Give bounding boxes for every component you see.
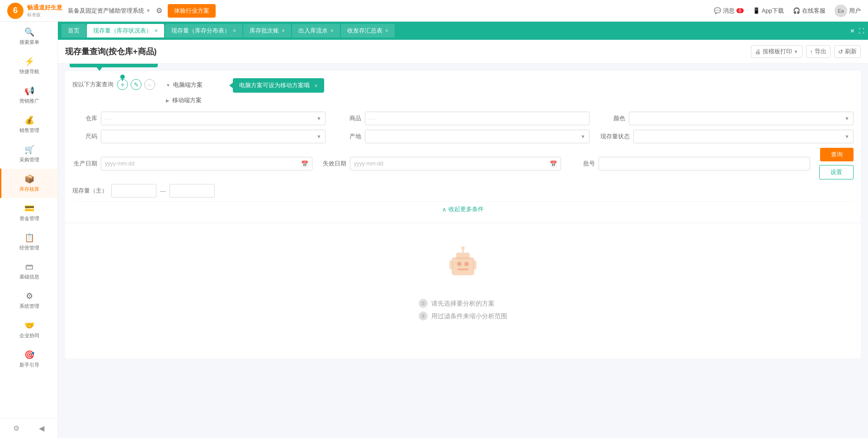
tab-batch[interactable]: 库存批次账 × [243,24,291,38]
warehouse-dots: ··· [105,115,113,122]
filter-card: 按以下方案查询 + [65,71,861,222]
user-area[interactable]: Ea 用户 [835,5,861,17]
back-btn[interactable]: ← [144,79,155,90]
inventory-min-input[interactable] [111,184,156,198]
goods-label: 商品 [336,114,361,122]
warehouse-label: 仓库 [72,114,97,122]
sidebar-item-sales[interactable]: 💰 销售管理 [0,110,57,139]
tab-summary-close[interactable]: × [385,28,388,34]
sidebar-item-quicknav[interactable]: ⚡ 快捷导航 [0,51,57,80]
sidebar-label-basic: 基础信息 [19,273,39,280]
export-btn[interactable]: ↑ 导出 [806,45,831,58]
inventory-max-input[interactable] [170,184,215,198]
sidebar-collapse-icon[interactable]: ◀ [39,424,44,433]
sidebar-label-enterprise: 企业协同 [19,332,39,339]
color-select[interactable]: ▼ [629,112,854,125]
stock-status-select[interactable]: ▼ [633,130,854,143]
origin-arrow: ▼ [580,134,585,139]
batch-input[interactable] [599,157,810,170]
tab-summary[interactable]: 收发存汇总表 × [341,24,395,38]
filter-row-1: 仓库 ··· ▼ [72,112,854,125]
warehouse-select[interactable]: ··· ▼ [101,112,326,125]
filter-row-3: 生产日期 yyyy-mm-dd 📅 [72,148,854,179]
filter-row-2: 尺码 ▼ 产 [72,130,854,143]
print-btn[interactable]: 🖨 按模板打印 ▼ [751,45,802,58]
sidebar-item-enterprise[interactable]: 🤝 企业协同 [0,315,57,344]
sidebar-item-purchase[interactable]: 🛒 采购管理 [0,139,57,169]
tabs-actions: ✕ ⛶ [850,28,864,34]
sidebar-item-search[interactable]: 🔍 搜索菜单 [0,22,57,51]
system-selector[interactable]: 装备及固定资产辅助管理系统 ▼ [68,7,151,15]
tab-batch-close[interactable]: × [282,28,285,34]
sidebar-item-marketing[interactable]: 📢 营销推广 [0,80,57,110]
sidebar-item-basic[interactable]: 🗃 基础信息 [0,257,57,286]
exp-date-input[interactable]: yyyy-mm-dd 📅 [350,157,561,170]
stock-status-ctrl: ▼ [633,130,854,143]
scheme-group-mobile: ▶ 移动端方案 [160,94,208,107]
origin-select[interactable]: ▼ [365,130,590,143]
system-name: 装备及固定资产辅助管理系统 [68,7,144,15]
settings-btn[interactable]: 设置 [819,165,854,179]
tab-home[interactable]: 首页 [61,24,86,38]
sidebar-item-inventory[interactable]: 📦 库存核算 [0,169,57,198]
scheme-group-mobile-header[interactable]: ▶ 移动端方案 [160,94,208,107]
size-ctrl: ▼ [101,130,326,143]
sidebar-item-operations[interactable]: 📋 经营管理 [0,227,57,257]
sidebar-item-guide[interactable]: 🎯 新手引导 [0,344,57,374]
desktop-toggle-icon: ▼ [166,83,170,88]
stock-status-arrow: ▼ [844,134,849,139]
tooltip-create-wrapper: 这里可以创建和修改方案哦 × [70,64,158,67]
size-select[interactable]: ▼ [101,130,326,143]
system-dropdown-arrow: ▼ [146,8,151,13]
field-batch: 批号 [570,157,810,170]
export-label: 导出 [815,47,826,56]
edit-scheme-btn[interactable]: ✎ [131,79,142,90]
app-download-btn[interactable]: 📱 App下载 [753,7,784,15]
sidebar-settings-icon[interactable]: ⚙ [13,424,19,433]
goods-select[interactable]: ··· [365,112,590,125]
brand-text: 畅通道好生意 标准版 [27,4,62,18]
tab-stock-status-close[interactable]: × [155,28,158,34]
collapse-chevron: ∧ [442,206,447,213]
tabs-maximize-icon[interactable]: ⛶ [859,28,864,34]
industry-btn[interactable]: 体验行业方案 [168,4,216,18]
headset-icon: 🎧 [793,7,800,14]
field-prod-date: 生产日期 yyyy-mm-dd 📅 [72,157,312,170]
tab-stock-dist-close[interactable]: × [233,28,236,34]
prod-date-input[interactable]: yyyy-mm-dd 📅 [101,157,312,170]
exp-date-cal-icon: 📅 [550,160,557,167]
inventory-icon: 📦 [24,174,34,184]
sidebar-item-system[interactable]: ⚙ 系统管理 [0,286,57,315]
marketing-icon: 📢 [24,86,34,96]
color-label: 颜色 [600,114,625,122]
exp-date-placeholder: yyyy-mm-dd [354,160,383,167]
tooltip-scheme-wrapper: 电脑方案可设为移动方案哦 × [233,78,324,93]
prod-date-placeholder: yyyy-mm-dd [105,160,134,167]
add-scheme-wrapper: + 这里可以创建和修改方案哦 × [117,79,128,90]
color-arrow: ▼ [844,116,849,121]
tab-inout-close[interactable]: × [330,28,334,34]
sidebar-item-assets[interactable]: 💳 资金管理 [0,198,57,227]
top-bar: 6 畅通道好生意 标准版 装备及固定资产辅助管理系统 ▼ ⚙ 体验行业方案 💬 … [0,0,868,22]
tab-stock-dist[interactable]: 现存量（库存分布表） × [165,24,242,38]
online-service-btn[interactable]: 🎧 在线客服 [793,7,826,15]
tab-stock-status[interactable]: 现存量（库存状况表） × [87,24,164,38]
refresh-btn[interactable]: ↺ 刷新 [834,45,861,58]
warehouse-arrow: ▼ [316,116,321,121]
tab-inout[interactable]: 出入库流水 × [292,24,340,38]
tooltip-scheme-close[interactable]: × [314,82,318,89]
settings-icon[interactable]: ⚙ [156,6,162,15]
exp-date-ctrl: yyyy-mm-dd 📅 [350,157,561,170]
tab-stock-status-label: 现存量（库存状况表） [93,27,152,35]
search-btns: 查询 设置 [819,148,854,179]
field-origin: 产地 ▼ [336,130,590,143]
enterprise-icon: 🤝 [24,320,34,330]
search-btn[interactable]: 查询 [820,148,854,161]
collapse-btn[interactable]: ∧ 收起更多条件 [442,205,484,213]
print-arrow: ▼ [794,49,798,54]
sidebar-label-quicknav: 快捷导航 [19,68,39,75]
message-icon: 💬 [714,7,721,14]
scheme-group-desktop-header[interactable]: ▼ 电脑端方案 [160,78,208,92]
message-btn[interactable]: 💬 消息 6 [714,7,744,15]
tabs-close-icon[interactable]: ✕ [850,28,855,34]
